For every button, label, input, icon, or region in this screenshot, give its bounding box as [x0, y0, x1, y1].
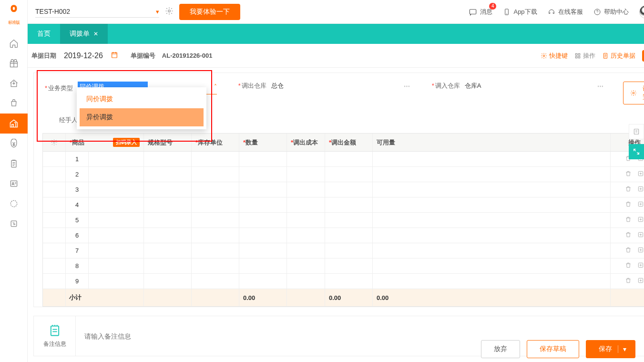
chevron-down-icon[interactable]: ▾ — [156, 8, 159, 15]
items-table: *商品扫码录入 规格型号 *库存单位 *数量 *调出成本 *调出金额 可用量 操… — [42, 133, 644, 307]
dropdown-option-diff-price[interactable]: 异价调拨 — [80, 108, 204, 126]
docno-value: AL-20191226-001 — [162, 52, 213, 59]
svg-point-3 — [12, 183, 13, 184]
close-tab-icon[interactable]: ✕ — [93, 31, 98, 37]
save-button[interactable]: 保存 ▾ — [586, 340, 635, 358]
th-amount: *调出金额 — [325, 134, 373, 151]
table-row[interactable]: 4 — [43, 197, 644, 213]
th-product: *商品扫码录入 — [66, 134, 144, 151]
row-index: 7 — [66, 243, 89, 258]
table-row[interactable]: 9 — [43, 274, 644, 289]
company-input[interactable] — [35, 8, 152, 15]
discard-button[interactable]: 放弃 — [481, 340, 520, 358]
messages-link[interactable]: 消息 4 — [469, 8, 492, 16]
delete-row-icon[interactable] — [625, 170, 632, 178]
add-row-icon[interactable] — [637, 186, 644, 194]
in-wh-value[interactable]: 仓库A — [465, 82, 593, 90]
add-row-icon[interactable] — [637, 170, 644, 178]
row-index: 5 — [66, 213, 89, 228]
svg-point-18 — [53, 142, 55, 144]
nav-clipboard[interactable] — [0, 154, 28, 174]
add-row-icon[interactable] — [637, 247, 644, 255]
delete-row-icon[interactable] — [625, 201, 632, 209]
table-row[interactable]: 1 — [43, 152, 644, 167]
th-qty: *数量 — [239, 134, 287, 151]
dropdown-option-same-price[interactable]: 同价调拨 — [80, 90, 204, 108]
date-value[interactable]: 2019-12-26 — [64, 52, 103, 60]
add-row-icon[interactable] — [637, 262, 644, 270]
nav-contacts[interactable] — [0, 174, 28, 194]
table-row[interactable]: 6 — [43, 228, 644, 243]
add-row-icon[interactable] — [637, 201, 644, 209]
delete-row-icon[interactable] — [625, 247, 632, 255]
nav-warehouse[interactable] — [0, 114, 28, 134]
nav-cart[interactable] — [0, 93, 28, 114]
sidebar-nav: 标准版 — [0, 0, 28, 362]
doc-icon — [602, 52, 609, 59]
operate-link[interactable]: 操作 — [574, 52, 595, 60]
svg-rect-15 — [578, 56, 580, 58]
message-icon — [469, 8, 477, 16]
delete-row-icon[interactable] — [625, 277, 632, 285]
tab-home[interactable]: 首页 — [28, 24, 60, 44]
subtotal-avail: 0.00 — [373, 289, 611, 306]
save-draft-button[interactable]: 保存草稿 — [527, 340, 579, 358]
table-row[interactable]: 3 — [43, 182, 644, 197]
remarks-label: 备注信息 — [43, 340, 66, 348]
table-row[interactable]: 5 — [43, 213, 644, 228]
delete-row-icon[interactable] — [625, 186, 632, 194]
nav-home[interactable] — [0, 33, 28, 53]
chevron-down-icon[interactable]: ▾ — [618, 345, 626, 353]
service-link[interactable]: 在线客服 — [548, 8, 583, 16]
help-link[interactable]: 帮助中心 — [593, 8, 629, 16]
page-header: 单据日期 2019-12-26 单据编号 AL-20191226-001 快捷键… — [28, 44, 644, 68]
th-unit: *库存单位 — [192, 134, 239, 151]
nav-inbound[interactable] — [0, 73, 28, 93]
footer-buttons: 放弃 保存草稿 保存 ▾ — [481, 340, 635, 358]
svg-rect-13 — [578, 53, 580, 55]
nav-new[interactable] — [0, 214, 28, 234]
float-toolbar — [629, 124, 644, 159]
more-icon[interactable]: ⋯ — [404, 83, 410, 90]
table-row[interactable]: 7 — [43, 243, 644, 259]
svg-rect-12 — [575, 53, 577, 55]
out-wh-value[interactable]: 总仓 — [271, 82, 399, 90]
nav-gift[interactable] — [0, 53, 28, 73]
more-icon[interactable]: ⋯ — [597, 83, 604, 90]
delete-row-icon[interactable] — [625, 216, 632, 224]
company-selector[interactable]: ▾ — [35, 6, 159, 18]
table-settings-icon[interactable] — [43, 134, 66, 151]
float-note-icon[interactable] — [629, 124, 644, 139]
view-toggle: ☰ ▒ — [642, 50, 644, 62]
scan-input-badge[interactable]: 扫码录入 — [113, 138, 140, 147]
float-expand-icon[interactable] — [629, 144, 644, 159]
headset-icon — [548, 8, 555, 16]
field-out-warehouse[interactable]: *调出仓库 总仓 ⋯ — [236, 82, 410, 90]
row-index: 3 — [66, 182, 89, 197]
table-row[interactable]: 2 — [43, 167, 644, 182]
settings-gear-icon[interactable] — [165, 7, 174, 17]
app-download-link[interactable]: App下载 — [503, 8, 537, 16]
add-row-icon[interactable] — [637, 216, 644, 224]
shortcut-link[interactable]: 快捷键 — [541, 52, 568, 60]
add-row-icon[interactable] — [637, 231, 644, 239]
history-link[interactable]: 历史单据 — [602, 52, 635, 60]
nav-finance[interactable] — [0, 134, 28, 154]
nav-sync[interactable] — [0, 194, 28, 214]
user-menu[interactable]: C C — [639, 5, 644, 19]
delete-row-icon[interactable] — [625, 231, 632, 239]
table-row[interactable]: 8 — [43, 259, 644, 274]
gear-icon — [541, 52, 547, 59]
th-avail: 可用量 — [373, 134, 611, 151]
setup-button[interactable]: 设置 — [623, 82, 644, 104]
try-button[interactable]: 我要体验一下 — [179, 4, 240, 20]
field-in-warehouse[interactable]: *调入仓库 仓库A ⋯ — [429, 82, 604, 90]
row-index: 2 — [66, 167, 89, 182]
tab-transfer-order[interactable]: 调拨单 ✕ — [60, 24, 108, 44]
add-row-icon[interactable] — [637, 277, 644, 285]
calendar-icon[interactable] — [111, 51, 118, 60]
tabs-row: 首页 调拨单 ✕ ✕ — [28, 24, 644, 44]
chevron-up-icon[interactable]: ˄ — [214, 83, 217, 90]
svg-point-11 — [543, 55, 545, 57]
delete-row-icon[interactable] — [625, 262, 632, 270]
